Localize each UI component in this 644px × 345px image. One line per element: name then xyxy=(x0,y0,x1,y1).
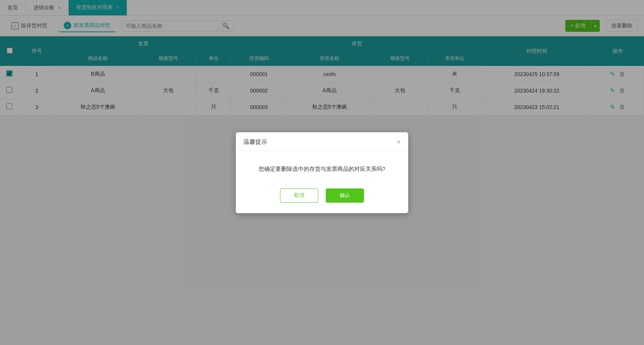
overlay: 温馨提示 × 您确定要删除选中的存货与发票商品的对应关系吗? 取消 确认 xyxy=(0,0,644,115)
